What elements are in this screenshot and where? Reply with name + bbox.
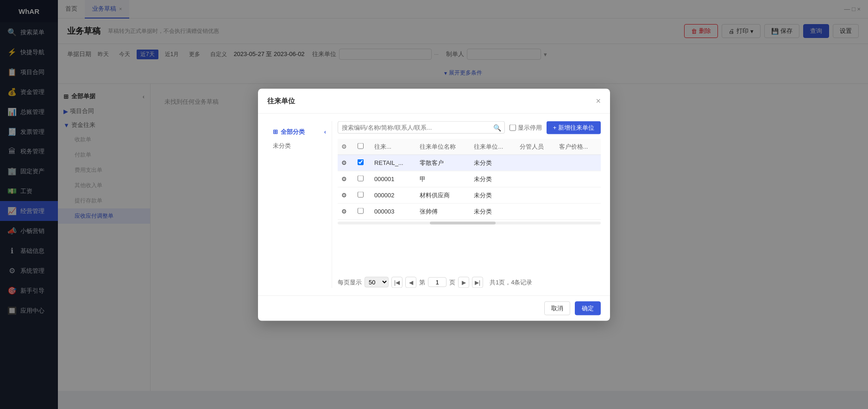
td-settings: ⚙ bbox=[338, 171, 354, 187]
td-settings: ⚙ bbox=[338, 187, 354, 203]
select-all-checkbox[interactable] bbox=[358, 143, 364, 149]
td-category: 未分类 bbox=[470, 171, 516, 187]
settings-icon: ⚙ bbox=[341, 208, 347, 215]
dialog-sidebar-uncategorized[interactable]: 未分类 bbox=[267, 138, 332, 152]
td-name: 甲 bbox=[416, 171, 470, 187]
td-code: 000001 bbox=[371, 171, 416, 187]
table-row[interactable]: ⚙ 000002 材料供应商 未分类 bbox=[338, 187, 601, 203]
grid-icon: ⊞ bbox=[273, 128, 278, 135]
th-checkbox bbox=[354, 138, 371, 155]
th-name: 往来单位名称 bbox=[416, 138, 470, 155]
settings-icon: ⚙ bbox=[341, 159, 347, 166]
td-checkbox bbox=[354, 203, 371, 220]
th-category[interactable]: 往来单位... bbox=[470, 138, 516, 155]
td-manager bbox=[516, 203, 555, 220]
partner-search-input[interactable] bbox=[338, 121, 505, 134]
td-name: 材料供应商 bbox=[416, 187, 470, 203]
dialog-search-bar: 🔍 显示停用 + 新增往来单位 bbox=[338, 121, 601, 134]
td-checkbox bbox=[354, 155, 371, 171]
td-code: 000003 bbox=[371, 203, 416, 220]
td-manager bbox=[516, 155, 555, 171]
dialog-pagination: 每页显示 50 100 |◀ ◀ 第 页 ▶ ▶| 共1页，4条记录 bbox=[338, 277, 601, 288]
td-price bbox=[555, 187, 601, 203]
td-name: 张帅傅 bbox=[416, 203, 470, 220]
row-checkbox[interactable] bbox=[358, 191, 364, 197]
dialog-close-button[interactable]: × bbox=[596, 96, 601, 106]
show-disabled-checkbox[interactable] bbox=[509, 124, 516, 131]
td-price bbox=[555, 171, 601, 187]
confirm-button[interactable]: 确定 bbox=[575, 301, 601, 315]
th-price[interactable]: 客户价格... bbox=[555, 138, 601, 155]
dialog-footer: 取消 确定 bbox=[258, 295, 610, 321]
prev-page-button[interactable]: ◀ bbox=[405, 277, 416, 288]
table-row[interactable]: ⚙ 000003 张帅傅 未分类 bbox=[338, 203, 601, 220]
settings-icon: ⚙ bbox=[341, 176, 347, 182]
dialog-layout: ⊞ 全部分类 ‹ 未分类 🔍 显示停用 bbox=[267, 121, 601, 288]
td-manager bbox=[516, 171, 555, 187]
collapse-icon[interactable]: ‹ bbox=[324, 128, 326, 135]
table-row[interactable]: ⚙ RETAIL_... 零散客户 未分类 bbox=[338, 155, 601, 171]
dialog-header: 往来单位 × bbox=[258, 88, 610, 113]
page-suffix: 页 bbox=[449, 278, 455, 286]
dialog-main: 🔍 显示停用 + 新增往来单位 ⚙ bbox=[332, 121, 601, 288]
td-code: RETAIL_... bbox=[371, 155, 416, 171]
dialog-body: ⊞ 全部分类 ‹ 未分类 🔍 显示停用 bbox=[258, 113, 610, 295]
per-page-label: 每页显示 bbox=[338, 278, 362, 286]
total-info: 共1页，4条记录 bbox=[490, 278, 532, 286]
partners-table: ⚙ 往来... 往来单位名称 往来单位... 分管人员 客户价格... ⚙ bbox=[338, 138, 601, 220]
th-manager[interactable]: 分管人员 bbox=[516, 138, 555, 155]
td-manager bbox=[516, 187, 555, 203]
page-label: 第 bbox=[419, 278, 425, 286]
td-checkbox bbox=[354, 187, 371, 203]
horizontal-scrollbar[interactable] bbox=[338, 221, 601, 224]
td-name: 零散客户 bbox=[416, 155, 470, 171]
td-category: 未分类 bbox=[470, 155, 516, 171]
search-icon: 🔍 bbox=[493, 124, 501, 131]
th-code[interactable]: 往来... bbox=[371, 138, 416, 155]
td-code: 000002 bbox=[371, 187, 416, 203]
last-page-button[interactable]: ▶| bbox=[472, 277, 483, 288]
search-wrap: 🔍 bbox=[338, 121, 505, 134]
row-checkbox[interactable] bbox=[358, 208, 364, 214]
table-row[interactable]: ⚙ 000001 甲 未分类 bbox=[338, 171, 601, 187]
td-settings: ⚙ bbox=[338, 155, 354, 171]
td-category: 未分类 bbox=[470, 203, 516, 220]
td-settings: ⚙ bbox=[338, 203, 354, 220]
settings-icon: ⚙ bbox=[341, 143, 347, 150]
dialog-sidebar: ⊞ 全部分类 ‹ 未分类 bbox=[267, 121, 332, 288]
table-wrap: ⚙ 往来... 往来单位名称 往来单位... 分管人员 客户价格... ⚙ bbox=[338, 138, 601, 272]
td-category: 未分类 bbox=[470, 187, 516, 203]
new-partner-button[interactable]: + 新增往来单位 bbox=[547, 121, 601, 134]
td-price bbox=[555, 203, 601, 220]
td-checkbox bbox=[354, 171, 371, 187]
current-page-input[interactable] bbox=[428, 277, 447, 287]
dialog-sidebar-all[interactable]: ⊞ 全部分类 ‹ bbox=[267, 125, 332, 138]
first-page-button[interactable]: |◀ bbox=[391, 277, 403, 288]
row-checkbox[interactable] bbox=[358, 159, 364, 165]
settings-icon: ⚙ bbox=[341, 192, 347, 199]
dialog-title: 往来单位 bbox=[267, 96, 295, 105]
next-page-button[interactable]: ▶ bbox=[458, 277, 469, 288]
td-price bbox=[555, 155, 601, 171]
th-settings: ⚙ bbox=[338, 138, 354, 155]
scrollbar-thumb[interactable] bbox=[430, 221, 496, 224]
partner-dialog: 往来单位 × ⊞ 全部分类 ‹ 未分类 🔍 bbox=[258, 88, 610, 321]
show-disabled-label: 显示停用 bbox=[509, 123, 542, 132]
cancel-button[interactable]: 取消 bbox=[544, 301, 570, 315]
row-checkbox[interactable] bbox=[358, 175, 364, 181]
per-page-select[interactable]: 50 100 bbox=[365, 277, 389, 288]
